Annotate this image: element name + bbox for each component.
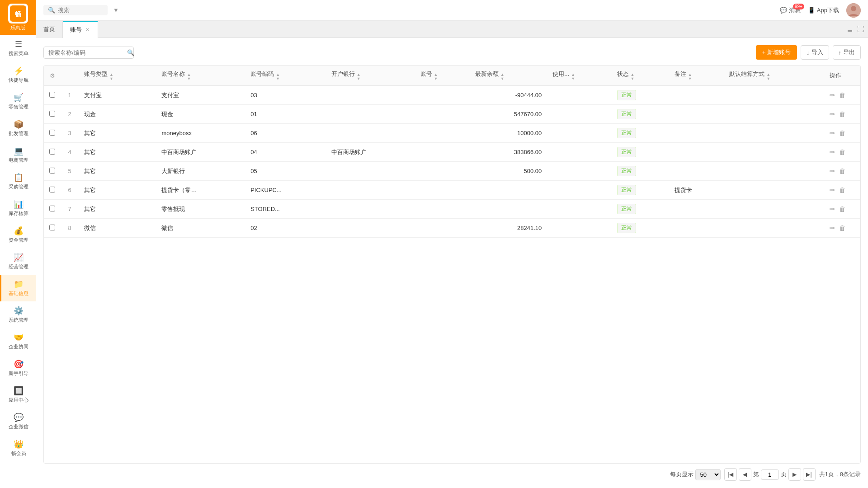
sidebar-icon-purchase-manage: 📋 — [14, 173, 24, 183]
export-button[interactable]: ↑ 导出 — [833, 45, 861, 60]
sidebar-item-member[interactable]: 👑畅会员 — [0, 435, 36, 461]
cell-status: 正常 — [612, 219, 669, 238]
next-page-button[interactable]: ▶ — [788, 468, 801, 481]
svg-text:畅: 畅 — [15, 10, 21, 18]
first-page-button[interactable]: |◀ — [724, 468, 737, 481]
edit-icon[interactable]: ✏ — [830, 167, 835, 175]
prev-page-button[interactable]: ◀ — [739, 468, 751, 481]
cell-bank — [326, 124, 415, 143]
row-checkbox-7[interactable] — [49, 225, 55, 230]
message-button[interactable]: 💬 消息 99+ — [780, 6, 801, 14]
edit-icon[interactable]: ✏ — [830, 148, 835, 156]
row-checkbox-2[interactable] — [49, 130, 55, 136]
current-page-input[interactable] — [761, 469, 779, 480]
th-usage[interactable]: 使用...▲▼ — [547, 66, 611, 86]
last-page-button[interactable]: ▶| — [803, 468, 816, 481]
cell-code: PICKUPC... — [245, 181, 326, 200]
cell-checkbox[interactable] — [44, 219, 61, 238]
row-checkbox-3[interactable] — [49, 149, 55, 155]
tab-close-icon[interactable]: × — [85, 26, 90, 33]
row-checkbox-0[interactable] — [49, 92, 55, 98]
tab-minimize-icon[interactable]: 🗕 — [846, 25, 854, 33]
sidebar-item-app-center[interactable]: 🔲应用中心 — [0, 381, 36, 408]
th-account[interactable]: 账号▲▼ — [415, 66, 470, 86]
cell-bank — [326, 105, 415, 124]
sidebar-item-sys-manage[interactable]: ⚙️系统管理 — [0, 301, 36, 328]
th-bank[interactable]: 开户银行▲▼ — [326, 66, 415, 86]
topbar-search[interactable]: 🔍 — [43, 5, 108, 15]
row-checkbox-1[interactable] — [49, 111, 55, 117]
cell-checkbox[interactable] — [44, 143, 61, 162]
sidebar-item-enterprise-wechat[interactable]: 💬企业微信 — [0, 408, 36, 435]
sidebar-item-ecom-manage[interactable]: 💻电商管理 — [0, 141, 36, 168]
th-type[interactable]: 账号类型▲▼ — [79, 66, 156, 86]
sidebar-item-company-agreement[interactable]: 🤝企业协同 — [0, 328, 36, 355]
topbar: 🔍 ▼ 💬 消息 99+ 📱 App下载 — [36, 0, 868, 21]
sidebar-item-inventory[interactable]: 📊库存核算 — [0, 195, 36, 221]
cell-checkbox[interactable] — [44, 181, 61, 200]
dropdown-icon[interactable]: ▼ — [113, 7, 119, 14]
th-balance[interactable]: 最新余额▲▼ — [470, 66, 547, 86]
logo-icon: 畅 — [8, 4, 28, 23]
tab-home[interactable]: 首页 — [36, 21, 63, 38]
edit-icon[interactable]: ✏ — [830, 186, 835, 194]
search-submit-icon[interactable]: 🔍 — [127, 49, 134, 56]
sidebar-item-retail-manage[interactable]: 🛒零售管理 — [0, 88, 36, 115]
toolbar: 🔍 + 新增账号 ↓ 导入 ↑ 导出 — [43, 45, 861, 60]
edit-icon[interactable]: ✏ — [830, 224, 835, 232]
delete-icon[interactable]: 🗑 — [839, 224, 846, 232]
cell-checkbox[interactable] — [44, 200, 61, 219]
edit-icon[interactable]: ✏ — [830, 129, 835, 137]
sidebar-item-finance-manage[interactable]: 💰资金管理 — [0, 221, 36, 248]
delete-icon[interactable]: 🗑 — [839, 148, 846, 156]
cell-checkbox[interactable] — [44, 162, 61, 181]
cell-actions: ✏ 🗑 — [824, 86, 860, 105]
table-row: 4 其它 中百商场账户 04 中百商场账户 383866.00 正常 ✏ 🗑 — [44, 143, 860, 162]
th-code[interactable]: 账号编码▲▼ — [245, 66, 326, 86]
row-checkbox-6[interactable] — [49, 206, 55, 211]
cell-checkbox[interactable] — [44, 105, 61, 124]
sidebar-item-new-guide[interactable]: 🎯新手引导 — [0, 355, 36, 381]
page-size-select[interactable]: 50 100 200 — [695, 469, 721, 480]
cell-name: 中百商场账户 — [156, 143, 245, 162]
row-checkbox-4[interactable] — [49, 168, 55, 174]
delete-icon[interactable]: 🗑 — [839, 91, 846, 99]
cell-account — [415, 124, 470, 143]
add-account-button[interactable]: + 新增账号 — [756, 45, 797, 60]
export-icon: ↑ — [839, 49, 842, 56]
sidebar-item-purchase-manage[interactable]: 📋采购管理 — [0, 168, 36, 195]
th-remark[interactable]: 备注▲▼ — [669, 66, 724, 86]
th-settlement[interactable]: 默认结算方式▲▼ — [724, 66, 824, 86]
delete-icon[interactable]: 🗑 — [839, 186, 846, 194]
edit-icon[interactable]: ✏ — [830, 110, 835, 118]
sidebar-item-quick-nav[interactable]: ⚡快捷导航 — [0, 61, 36, 88]
topbar-search-input[interactable] — [58, 7, 103, 14]
edit-icon[interactable]: ✏ — [830, 91, 835, 99]
sidebar-item-search-menu[interactable]: ☰搜索菜单 — [0, 35, 36, 61]
app-download-button[interactable]: 📱 App下载 — [808, 6, 839, 14]
settings-gear-icon[interactable]: ⚙ — [50, 72, 55, 79]
cell-balance: 10000.00 — [470, 124, 547, 143]
search-wrap[interactable]: 🔍 — [43, 47, 134, 59]
delete-icon[interactable]: 🗑 — [839, 167, 846, 175]
user-avatar[interactable] — [846, 3, 861, 18]
delete-icon[interactable]: 🗑 — [839, 129, 846, 137]
tab-maximize-icon[interactable]: ⛶ — [857, 25, 864, 33]
import-button[interactable]: ↓ 导入 — [801, 45, 829, 60]
th-name[interactable]: 账号名称▲▼ — [156, 66, 245, 86]
delete-icon[interactable]: 🗑 — [839, 205, 846, 213]
th-status[interactable]: 状态▲▼ — [612, 66, 669, 86]
tab-account[interactable]: 账号 × — [63, 21, 98, 38]
sidebar-item-wholesale-manage[interactable]: 📦批发管理 — [0, 115, 36, 141]
cell-checkbox[interactable] — [44, 86, 61, 105]
cell-usage — [547, 124, 611, 143]
delete-icon[interactable]: 🗑 — [839, 110, 846, 118]
edit-icon[interactable]: ✏ — [830, 205, 835, 213]
search-input[interactable] — [48, 49, 124, 56]
cell-status: 正常 — [612, 200, 669, 219]
cell-checkbox[interactable] — [44, 124, 61, 143]
sidebar-item-ops-manage[interactable]: 📈经营管理 — [0, 248, 36, 275]
sidebar-item-basic-info[interactable]: 📁基础信息 — [0, 275, 36, 301]
cell-bank — [326, 181, 415, 200]
row-checkbox-5[interactable] — [49, 187, 55, 192]
